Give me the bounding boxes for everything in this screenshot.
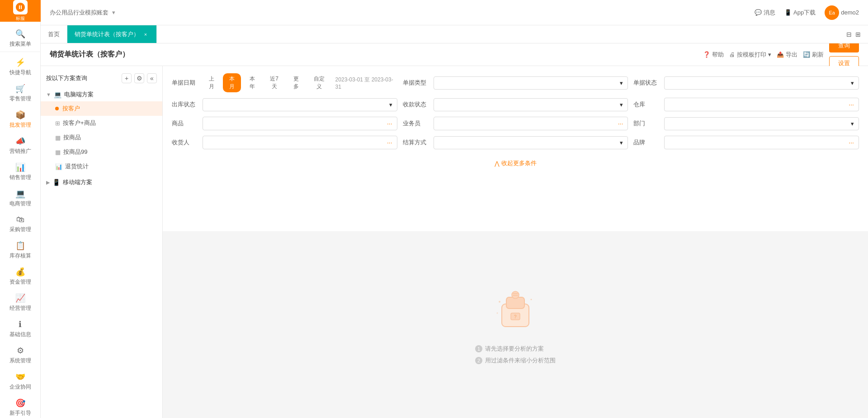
scheme-collapse-btn[interactable]: « — [147, 73, 157, 83]
sidebar-item-inventory[interactable]: 📋 库存核算 — [0, 237, 41, 263]
tab-expand-area: ⊟ ⊞ — [839, 25, 868, 43]
receipt-status-input[interactable]: ▾ — [434, 98, 628, 111]
doc-type-chevron-icon: ▾ — [620, 80, 623, 86]
department-chevron-icon: ▾ — [851, 120, 854, 127]
guide-icon: 🎯 — [15, 398, 25, 408]
sidebar-item-marketing[interactable]: 📣 营销推广 — [0, 133, 41, 159]
sidebar-item-sales[interactable]: 📊 销售管理 — [0, 159, 41, 185]
header-message-btn[interactable]: 💬 消息 — [755, 9, 775, 17]
inventory-icon: 📋 — [15, 241, 25, 251]
date-btn-last-month[interactable]: 上月 — [203, 73, 220, 92]
filter-row-1: 单据日期 上月 本月 本年 近7天 更多 自定义 2023-03-01 至 20… — [172, 73, 859, 92]
filter-field-receipt-status: 收款状态 ▾ — [403, 98, 628, 111]
scheme-item-by-customer-product[interactable]: ⊞ 按客户+商品 — [41, 116, 162, 130]
refresh-btn[interactable]: 🔄 刷新 — [803, 51, 824, 59]
brand-label: 品牌 — [633, 138, 660, 147]
ecommerce-icon: 💻 — [15, 189, 25, 199]
scheme-group-mobile: ▶ 📱 移动端方案 — [41, 176, 162, 189]
salesman-input[interactable]: ··· — [434, 117, 628, 130]
scheme-settings-btn[interactable]: ⚙ — [134, 73, 144, 83]
tab-home[interactable]: 首页 — [41, 25, 67, 43]
home-tab-label: 首页 — [48, 30, 60, 38]
doc-type-input[interactable]: ▾ — [434, 76, 628, 90]
tab-close-btn[interactable]: × — [142, 31, 149, 38]
desktop-group-label: 电脑端方案 — [64, 90, 94, 99]
sidebar-item-search[interactable]: 🔍 搜索菜单 — [0, 25, 41, 52]
sidebar-item-wholesale[interactable]: 📦 批发管理 — [0, 106, 41, 133]
doc-status-input[interactable]: ▾ — [664, 76, 859, 90]
print-label: 按模板打印 — [737, 51, 766, 59]
sidebar-label-marketing: 营销推广 — [9, 147, 31, 155]
sidebar-item-enterprise[interactable]: 🤝 企业协同 — [0, 368, 41, 394]
date-btn-this-year[interactable]: 本年 — [244, 73, 261, 92]
warehouse-input[interactable]: ··· — [664, 98, 859, 111]
sidebar-item-purchase[interactable]: 🛍 采购管理 — [0, 211, 41, 237]
help-label: 帮助 — [712, 51, 724, 59]
filter-row-3: 商品 ··· 业务员 ··· — [172, 117, 859, 130]
sidebar-item-ecommerce[interactable]: 💻 电商管理 — [0, 185, 41, 211]
date-btn-custom[interactable]: 自定义 — [308, 73, 331, 92]
scheme-item-by-product[interactable]: ▦ 按商品 — [41, 130, 162, 145]
tab-maximize-btn[interactable]: ⊞ — [855, 31, 861, 38]
username-label: demo2 — [841, 9, 859, 16]
settlement-label: 结算方式 — [403, 138, 430, 147]
message-label: 消息 — [764, 9, 775, 17]
tab-bar: 首页 销货单统计表（按客户） × ⊟ ⊞ — [41, 25, 868, 43]
tab-sales-stat[interactable]: 销货单统计表（按客户） × — [67, 25, 157, 43]
filter-field-product: 商品 ··· — [172, 117, 397, 130]
out-status-input[interactable]: ▾ — [203, 98, 397, 111]
filter-field-out-status: 出库状态 ▾ — [172, 98, 397, 111]
system-icon: ⚙ — [17, 346, 24, 356]
logo-text: 标服 — [16, 15, 25, 22]
scheme-item-by-product99[interactable]: ▦ 按商品99 — [41, 145, 162, 159]
help-btn[interactable]: ❓ 帮助 — [703, 51, 724, 59]
tab-minimize-btn[interactable]: ⊟ — [846, 31, 852, 38]
main-split: 按以下方案查询 + ⚙ « ▼ 💻 电脑端方案 — [41, 66, 868, 418]
date-btn-7days[interactable]: 近7天 — [264, 73, 285, 92]
help-icon: ❓ — [703, 51, 710, 58]
export-icon: 📤 — [777, 51, 784, 58]
sidebar-item-business[interactable]: 📈 经营管理 — [0, 290, 41, 316]
settlement-chevron-icon: ▾ — [620, 139, 623, 146]
collapse-bar[interactable]: ⋀ 收起更多条件 — [172, 155, 859, 172]
scheme-group-mobile-header[interactable]: ▶ 📱 移动端方案 — [41, 176, 162, 189]
header-user-btn[interactable]: Ea demo2 — [825, 5, 859, 20]
filter-field-salesman: 业务员 ··· — [403, 117, 628, 130]
brand-input[interactable]: ··· — [664, 136, 859, 149]
query-button[interactable]: 查询 — [829, 43, 859, 52]
sidebar-item-baseinfo[interactable]: ℹ 基础信息 — [0, 316, 41, 342]
scheme-group-desktop: ▼ 💻 电脑端方案 按客户 ⊞ 按客户+商品 ▦ 按商品 — [41, 88, 162, 174]
filter-content-area: 单据日期 上月 本月 本年 近7天 更多 自定义 2023-03-01 至 20… — [163, 66, 868, 418]
quicknav-icon: ⚡ — [15, 57, 25, 67]
logo[interactable]: 标服 — [0, 0, 41, 22]
sidebar-item-finance[interactable]: 💰 资金管理 — [0, 263, 41, 290]
sidebar-label-quicknav: 快捷导航 — [9, 69, 31, 76]
header-appdownload-btn[interactable]: 📱 App下载 — [784, 9, 816, 17]
filter-field-date: 单据日期 上月 本月 本年 近7天 更多 自定义 2023-03-01 至 20… — [172, 73, 397, 92]
scheme-item-by-customer[interactable]: 按客户 — [41, 101, 162, 116]
scheme-item-label-0: 按客户 — [62, 104, 80, 113]
settlement-input[interactable]: ▾ — [434, 136, 628, 149]
sidebar-label-retail: 零售管理 — [9, 95, 31, 103]
sidebar-label-wholesale: 批发管理 — [9, 121, 31, 129]
department-input[interactable]: ▾ — [664, 117, 859, 130]
date-btn-more[interactable]: 更多 — [287, 73, 305, 92]
sidebar-item-quicknav[interactable]: ⚡ 快捷导航 — [0, 54, 41, 80]
scheme-item-label-2: 按商品 — [63, 133, 81, 142]
scheme-item-return-stat[interactable]: 📊 退货统计 — [41, 159, 162, 174]
scheme-add-btn[interactable]: + — [122, 73, 132, 83]
header-chevron-icon[interactable]: ▾ — [112, 9, 115, 16]
sidebar-item-system[interactable]: ⚙ 系统管理 — [0, 342, 41, 368]
print-btn[interactable]: 🖨 按模板打印 ▾ — [729, 51, 771, 59]
empty-state: ? 1 请先选择要分析的方案 2 用过滤条件来缩小分析范围 — [163, 231, 868, 418]
sidebar-item-guide[interactable]: 🎯 新手引导 — [0, 394, 41, 418]
filter-field-department: 部门 ▾ — [633, 117, 859, 130]
date-btn-this-month[interactable]: 本月 — [223, 73, 241, 92]
top-header: 办公用品行业模拟账套 ▾ 💬 消息 📱 App下载 Ea demo2 — [41, 0, 868, 25]
scheme-group-desktop-header[interactable]: ▼ 💻 电脑端方案 — [41, 88, 162, 101]
receiver-input[interactable]: ··· — [203, 136, 397, 149]
product-input[interactable]: ··· — [203, 117, 397, 130]
sidebar-item-retail[interactable]: 🛒 零售管理 — [0, 80, 41, 106]
export-btn[interactable]: 📤 导出 — [777, 51, 797, 59]
sidebar-label-finance: 资金管理 — [9, 278, 31, 286]
